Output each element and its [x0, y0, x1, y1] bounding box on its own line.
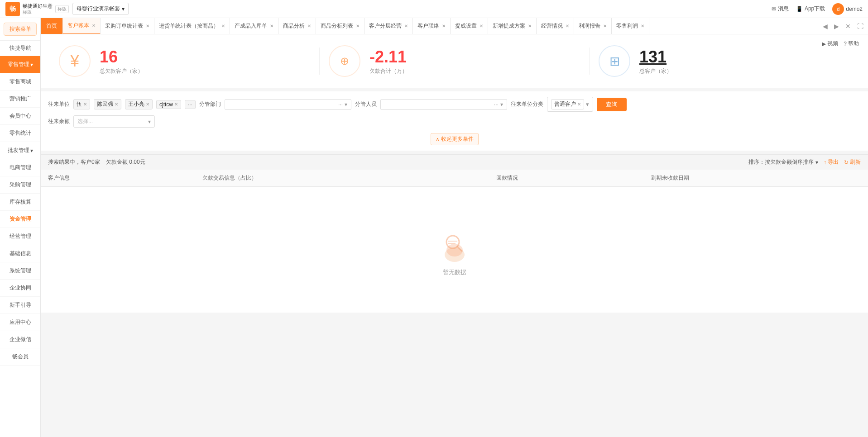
tab-home[interactable]: 首页: [41, 18, 63, 34]
export-icon: ↑: [824, 159, 826, 166]
collapse-button[interactable]: ∧ 收起更多条件: [431, 133, 479, 145]
dept-more-icon[interactable]: ···: [338, 101, 343, 108]
data-table: 客户信息 欠款交易信息（占比） 回款情况 到期未收款日期: [41, 170, 868, 313]
filter-row-1: 往来单位 伍 ✕ 陈民强 ✕ 王小亮 ✕ cjttcw: [48, 97, 861, 112]
stat-icon-debtors: ¥: [59, 45, 91, 77]
refresh-button[interactable]: ↻ 刷新: [844, 158, 861, 166]
sidebar-item-ecommerce[interactable]: 电商管理: [0, 159, 40, 176]
tab-customer-contact[interactable]: 客户联络 ✕: [413, 18, 451, 34]
sidebar-item-operations[interactable]: 经营管理: [0, 228, 40, 245]
sidebar: 搜索菜单 快捷导航 零售管理 ▾ 零售商城 营销推广 会员中心 零售统计 批发管…: [0, 18, 41, 437]
tab-product-analysis[interactable]: 商品分析 ✕: [278, 18, 316, 34]
message-button[interactable]: ✉ 消息: [772, 5, 789, 13]
sidebar-item-wholesale[interactable]: 批发管理 ▾: [0, 142, 40, 159]
tabs-maximize[interactable]: ⛶: [854, 23, 866, 30]
chevron-down-person: ▾: [500, 101, 503, 108]
sidebar-item-purchase[interactable]: 采购管理: [0, 176, 40, 194]
stat-label-customers: 总客户（家）: [639, 67, 672, 75]
tab-close-icon[interactable]: ✕: [603, 24, 607, 28]
person-select[interactable]: ··· ▾: [380, 99, 507, 110]
sidebar-item-retail-mall[interactable]: 零售商城: [0, 73, 40, 90]
dept-select[interactable]: ··· ▾: [225, 99, 351, 110]
tab-close-icon[interactable]: ✕: [641, 24, 644, 28]
tab-retail-profit[interactable]: 零售利润 ✕: [612, 18, 649, 34]
tabs-close-all[interactable]: ✕: [843, 23, 854, 30]
sidebar-item-member-center[interactable]: 会员中心: [0, 108, 40, 125]
empty-state: 暂无数据: [41, 187, 868, 313]
sidebar-item-enterprise-collab[interactable]: 企业协同: [0, 280, 40, 297]
sidebar-item-system[interactable]: 系统管理: [0, 262, 40, 280]
filter-tag-wu: 伍 ✕: [73, 99, 90, 109]
unit-label: 往来单位: [48, 100, 70, 108]
main-layout: 搜索菜单 快捷导航 零售管理 ▾ 零售商城 营销推广 会员中心 零售统计 批发管…: [0, 18, 868, 437]
remove-tag-wu[interactable]: ✕: [83, 102, 87, 107]
avatar: d: [832, 3, 844, 15]
tab-close-icon[interactable]: ✕: [146, 24, 149, 28]
balance-select[interactable]: 选择... ▾: [73, 115, 155, 128]
remove-classify-tag[interactable]: ✕: [577, 102, 581, 107]
tab-finished-goods[interactable]: 产成品入库单 ✕: [230, 18, 278, 34]
video-help-button[interactable]: ▶ 视频: [822, 40, 838, 48]
filter-tag-cjttcw: cjttcw ✕: [156, 100, 181, 109]
sidebar-item-retail-stats[interactable]: 零售统计: [0, 125, 40, 142]
filter-more-button[interactable]: ···: [185, 100, 196, 109]
quick-nav-button[interactable]: 快捷导航: [0, 41, 40, 56]
app-download-button[interactable]: 📱 App下载: [796, 5, 825, 13]
account-selector[interactable]: 母婴行业演示帐套 ▾: [72, 3, 129, 15]
stat-item-customers: ⊞ 131 总客户（家）: [590, 42, 859, 81]
sidebar-item-marketing[interactable]: 营销推广: [0, 90, 40, 108]
sidebar-item-app-center[interactable]: 应用中心: [0, 314, 40, 331]
sidebar-item-member[interactable]: 畅会员: [0, 348, 40, 366]
tab-purchase-order-stats[interactable]: 采购订单统计表 ✕: [101, 18, 154, 34]
tab-close-icon[interactable]: ✕: [480, 24, 483, 28]
tab-new-commission[interactable]: 新增提成方案 ✕: [488, 18, 537, 34]
person-more-icon[interactable]: ···: [494, 101, 499, 108]
tab-close-icon[interactable]: ✕: [356, 24, 360, 28]
tab-customer-account[interactable]: 客户账本 ✕: [63, 18, 101, 34]
tab-product-analysis-list[interactable]: 商品分析列表 ✕: [316, 18, 364, 34]
tab-close-icon[interactable]: ✕: [566, 24, 569, 28]
chevron-down-balance: ▾: [148, 119, 151, 125]
person-label: 分管人员: [355, 100, 377, 108]
sidebar-item-wechat[interactable]: 企业微信: [0, 331, 40, 348]
sort-selector[interactable]: 排序：按欠款金额倒序排序 ▾: [748, 158, 818, 166]
tab-close-icon[interactable]: ✕: [528, 24, 532, 28]
sidebar-item-retail-manage[interactable]: 零售管理 ▾: [0, 56, 40, 73]
remove-tag-chen[interactable]: ✕: [115, 102, 118, 107]
chevron-down-icon: ▾: [122, 6, 125, 12]
tabs-scroll-right[interactable]: ▶: [831, 23, 842, 30]
filter-section: 往来单位 伍 ✕ 陈民强 ✕ 王小亮 ✕ cjttcw: [41, 91, 868, 151]
export-button[interactable]: ↑ 导出: [824, 158, 839, 166]
user-profile[interactable]: d demo2: [832, 3, 863, 15]
remove-tag-wang[interactable]: ✕: [146, 102, 149, 107]
col-repayment: 回款情况: [489, 170, 643, 187]
download-icon: 📱: [796, 6, 803, 12]
tab-close-icon[interactable]: ✕: [92, 23, 96, 28]
tab-close-icon[interactable]: ✕: [307, 24, 311, 28]
sidebar-item-finance[interactable]: 资金管理: [0, 211, 40, 228]
sidebar-item-inventory[interactable]: 库存核算: [0, 194, 40, 211]
col-overdue-date: 到期未收款日期: [644, 170, 868, 187]
search-menu-button[interactable]: 搜索菜单: [4, 23, 37, 36]
tab-customer-layer[interactable]: 客户分层经营 ✕: [364, 18, 413, 34]
tab-close-icon[interactable]: ✕: [404, 24, 408, 28]
tab-purchase-stats-product[interactable]: 进货单统计表（按商品） ✕: [154, 18, 230, 34]
sidebar-item-basic-info[interactable]: 基础信息: [0, 245, 40, 262]
remove-tag-cjttcw[interactable]: ✕: [174, 102, 178, 107]
stat-item-debt: ⊕ -2.11 欠款合计（万）: [320, 42, 589, 81]
query-button[interactable]: 查询: [597, 98, 627, 111]
tab-operations[interactable]: 经营情况 ✕: [537, 18, 574, 34]
col-customer-info: 客户信息: [41, 170, 195, 187]
sidebar-item-newbie[interactable]: 新手引导: [0, 297, 40, 314]
chevron-down-dept: ▾: [345, 101, 347, 108]
balance-label: 往来余额: [48, 118, 70, 125]
help-button[interactable]: ? 帮助: [844, 40, 859, 48]
tab-close-icon[interactable]: ✕: [442, 24, 446, 28]
tab-commission-settings[interactable]: 提成设置 ✕: [451, 18, 488, 34]
result-actions: 排序：按欠款金额倒序排序 ▾ ↑ 导出 ↻ 刷新: [748, 158, 861, 166]
tab-close-icon[interactable]: ✕: [270, 24, 273, 28]
tab-profit-report[interactable]: 利润报告 ✕: [574, 18, 612, 34]
classify-select[interactable]: 普通客户 ✕ ▾: [547, 97, 593, 112]
tab-close-icon[interactable]: ✕: [221, 24, 225, 28]
tabs-scroll-left[interactable]: ◀: [820, 23, 830, 30]
